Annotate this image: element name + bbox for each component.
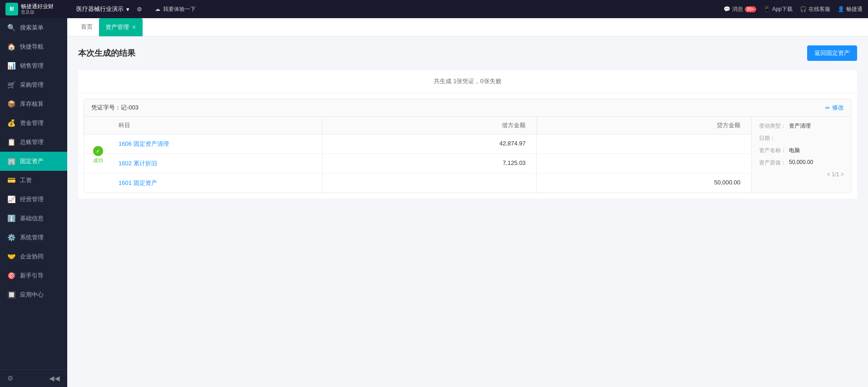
sidebar-item-label: 系统管理 [20, 233, 44, 242]
date-row: 日期： [759, 134, 844, 142]
tab-home[interactable]: 首页 [74, 18, 99, 36]
sidebar-item-fund[interactable]: 💰资金管理 [0, 114, 67, 133]
sidebar-item-label: 新手引导 [20, 272, 44, 280]
table-header: 科目 借方金额 贷方金额 [84, 117, 751, 134]
ledger-icon: 📋 [7, 138, 15, 146]
row2-debit: 7,125.03 [322, 154, 537, 173]
sidebar-item-guide[interactable]: 🎯新手引导 [0, 266, 67, 285]
experience-button[interactable]: ☁ 我要体验一下 [151, 4, 199, 15]
sidebar-item-inventory[interactable]: 📦库存核算 [0, 94, 67, 114]
sidebar-item-system[interactable]: ⚙️系统管理 [0, 228, 67, 247]
sidebar-item-label: 企业协同 [20, 253, 44, 261]
result-summary: 共生成 1张凭证，0张失败 [78, 70, 857, 93]
collapse-sidebar-icon[interactable]: ◀◀ [49, 374, 60, 382]
sidebar-item-label: 资金管理 [20, 119, 44, 127]
column-credit: 贷方金额 [537, 117, 751, 134]
payroll-icon: 💳 [7, 176, 15, 184]
quick-nav-icon: 🏠 [7, 43, 15, 51]
content-area: 首页 资产管理 ✕ 本次生成的结果 返回固定资产 共生成 1张凭证，0张失败 [67, 18, 868, 387]
sidebar-item-label: 采购管理 [20, 81, 44, 89]
page-content: 本次生成的结果 返回固定资产 共生成 1张凭证，0张失败 凭证字号：记-003 … [67, 36, 868, 387]
tab-bar: 首页 资产管理 ✕ [67, 18, 868, 36]
chevron-down-icon: ▾ [126, 6, 129, 13]
inventory-icon: 📦 [7, 100, 15, 108]
sidebar-item-label: 搜索菜单 [20, 24, 44, 32]
sidebar-item-purchase[interactable]: 🛒采购管理 [0, 75, 67, 94]
column-subject: 科目 [111, 117, 322, 134]
sidebar-item-label: 快捷导航 [20, 43, 44, 51]
sidebar-item-basic-info[interactable]: ℹ️基础信息 [0, 209, 67, 228]
tab-asset-management[interactable]: 资产管理 ✕ [99, 18, 143, 36]
sales-icon: 📊 [7, 62, 15, 70]
original-value-label: 资产原值： [759, 159, 786, 167]
sidebar-scroll: 🔍搜索菜单🏠快捷导航📊销售管理🛒采购管理📦库存核算💰资金管理📋总账管理🏢固定资产… [0, 18, 67, 369]
row3-credit: 50,000.00 [537, 174, 751, 193]
main-layout: 🔍搜索菜单🏠快捷导航📊销售管理🛒采购管理📦库存核算💰资金管理📋总账管理🏢固定资产… [0, 18, 868, 387]
original-value-value: 50,000.00 [789, 159, 813, 167]
logo-area: 财 畅捷通好业财 普及版 [5, 3, 73, 15]
sidebar-item-operations[interactable]: 📈经营管理 [0, 190, 67, 209]
sidebar-item-label: 经营管理 [20, 195, 44, 203]
asset-name-row: 资产名称： 电脑 [759, 147, 844, 154]
sidebar-item-search[interactable]: 🔍搜索菜单 [0, 18, 67, 37]
change-type-label: 变动类型： [759, 122, 786, 130]
row1-debit: 42,874.97 [322, 134, 537, 154]
header-settings-button[interactable]: ⚙ [133, 3, 146, 15]
headset-icon: 🎧 [800, 6, 807, 12]
sidebar-item-label: 基础信息 [20, 214, 44, 223]
message-button[interactable]: 💬 消息 99 [724, 5, 756, 13]
page-title: 本次生成的结果 [78, 48, 135, 59]
side-info-panel: 变动类型： 资产清理 日期： 资产名称： 电脑 [751, 117, 851, 193]
row1-credit [537, 134, 751, 154]
basic-info-icon: ℹ️ [7, 214, 15, 223]
operations-icon: 📈 [7, 195, 15, 203]
side-info-pagination[interactable]: < 1/1 > [759, 171, 844, 178]
sidebar-item-payroll[interactable]: 💳工资 [0, 171, 67, 190]
sidebar-item-app-center[interactable]: 🔲应用中心 [0, 285, 67, 304]
voucher-section: 凭证字号：记-003 ✏ 修改 ✓ 成功 [84, 99, 852, 193]
app-center-icon: 🔲 [7, 291, 15, 299]
summary-text: 共生成 1张凭证，0张失败 [434, 78, 501, 84]
edit-icon: ✏ [825, 104, 830, 111]
mobile-icon: 📱 [764, 6, 770, 12]
table-row: 1602 累计折旧 7,125.03 [84, 154, 751, 174]
success-label: 成功 [93, 157, 103, 164]
table-row: 1601 固定资产 50,000.00 [84, 174, 751, 193]
header-right-actions: 💬 消息 99 📱 App下载 🎧 在线客服 👤 畅捷通 [724, 5, 863, 13]
company-name: 医疗器械行业演示 [76, 5, 124, 13]
user-avatar: 👤 [838, 6, 844, 12]
logo-sub-text: 普及版 [21, 10, 54, 15]
sidebar-item-label: 固定资产 [20, 157, 44, 165]
return-fixed-assets-button[interactable]: 返回固定资产 [807, 45, 857, 61]
purchase-icon: 🛒 [7, 81, 15, 89]
company-selector[interactable]: 医疗器械行业演示 ▾ [73, 3, 133, 15]
change-type-row: 变动类型： 资产清理 [759, 122, 844, 130]
sidebar-item-fixed-assets[interactable]: 🏢固定资产 [0, 152, 67, 171]
sidebar: 🔍搜索菜单🏠快捷导航📊销售管理🛒采购管理📦库存核算💰资金管理📋总账管理🏢固定资产… [0, 18, 67, 387]
sidebar-footer: ⚙ ◀◀ [0, 369, 67, 387]
row3-subject: 1601 固定资产 [111, 174, 322, 193]
user-menu-button[interactable]: 👤 畅捷通 [838, 5, 863, 13]
system-icon: ⚙️ [7, 233, 15, 242]
tab-close-icon[interactable]: ✕ [132, 24, 136, 30]
sidebar-item-label: 销售管理 [20, 62, 44, 70]
sidebar-item-cooperation[interactable]: 🤝企业协同 [0, 247, 67, 266]
original-value-row: 资产原值： 50,000.00 [759, 159, 844, 167]
app-download-button[interactable]: 📱 App下载 [764, 5, 793, 13]
sidebar-item-ledger[interactable]: 📋总账管理 [0, 133, 67, 152]
asset-name-value: 电脑 [789, 147, 800, 154]
settings-footer-icon[interactable]: ⚙ [7, 374, 13, 382]
logo-icon: 财 [5, 3, 18, 15]
edit-voucher-button[interactable]: ✏ 修改 [825, 104, 844, 112]
sidebar-item-sales[interactable]: 📊销售管理 [0, 56, 67, 75]
row3-debit [322, 174, 537, 193]
fixed-assets-icon: 🏢 [7, 157, 15, 165]
result-panel: 共生成 1张凭证，0张失败 凭证字号：记-003 ✏ 修改 [78, 70, 857, 198]
table-row: 1606 固定资产清理 42,874.97 [84, 134, 751, 154]
fund-icon: 💰 [7, 119, 15, 127]
online-service-button[interactable]: 🎧 在线客服 [800, 5, 830, 13]
guide-icon: 🎯 [7, 272, 15, 280]
date-label: 日期： [759, 134, 775, 142]
row1-subject: 1606 固定资产清理 [111, 134, 322, 154]
sidebar-item-quick-nav[interactable]: 🏠快捷导航 [0, 37, 67, 56]
